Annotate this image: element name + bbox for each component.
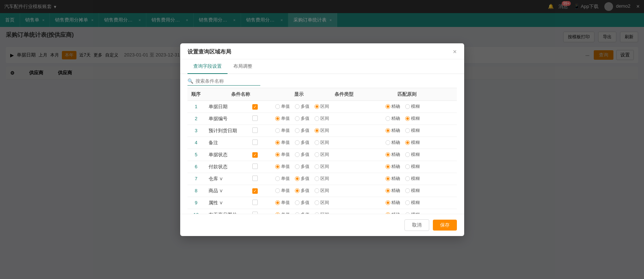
radio-fuzzy-dot[interactable] (405, 116, 410, 121)
radio-range[interactable]: 区间 (315, 164, 329, 170)
radio-fuzzy-dot[interactable] (405, 188, 410, 193)
radio-range[interactable]: 区间 (315, 140, 329, 146)
radio-fuzzy[interactable]: 模糊 (405, 115, 420, 122)
radio-range[interactable]: 区间 (315, 115, 329, 122)
radio-multi-dot[interactable] (295, 116, 300, 121)
radio-range-dot[interactable] (315, 128, 319, 133)
display-checkbox[interactable] (252, 115, 258, 121)
radio-multi[interactable]: 多值 (295, 188, 309, 194)
display-checkbox[interactable] (252, 200, 258, 205)
radio-exact-dot[interactable] (386, 104, 390, 109)
display-checkbox[interactable]: ✓ (252, 104, 258, 110)
radio-range-dot[interactable] (315, 116, 319, 121)
cell-display[interactable] (249, 173, 272, 185)
radio-range-dot[interactable] (315, 164, 319, 169)
radio-multi[interactable]: 多值 (295, 127, 309, 134)
radio-exact[interactable]: 精确 (386, 188, 400, 194)
radio-exact[interactable]: 精确 (386, 140, 400, 146)
radio-range-dot[interactable] (315, 104, 319, 109)
radio-single-dot[interactable] (275, 188, 280, 193)
radio-fuzzy-dot[interactable] (405, 212, 410, 214)
radio-exact-dot[interactable] (386, 140, 390, 145)
save-btn[interactable]: 保存 (433, 220, 457, 231)
radio-multi[interactable]: 多值 (295, 115, 309, 122)
radio-multi-dot[interactable] (295, 212, 300, 214)
radio-fuzzy[interactable]: 模糊 (405, 152, 420, 158)
radio-fuzzy-dot[interactable] (405, 104, 410, 109)
display-checkbox[interactable]: ✓ (252, 188, 258, 194)
radio-range-dot[interactable] (315, 176, 319, 181)
radio-single-dot[interactable] (275, 128, 280, 133)
radio-exact-dot[interactable] (386, 116, 390, 121)
radio-fuzzy-dot[interactable] (405, 140, 410, 145)
radio-fuzzy-dot[interactable] (405, 128, 410, 133)
radio-single[interactable]: 单值 (275, 152, 290, 158)
radio-single-dot[interactable] (275, 152, 280, 157)
radio-range[interactable]: 区间 (315, 152, 329, 158)
radio-exact-dot[interactable] (386, 152, 390, 157)
cell-display[interactable] (249, 161, 272, 173)
radio-range-dot[interactable] (315, 152, 319, 157)
radio-range[interactable]: 区间 (315, 212, 329, 214)
radio-range[interactable]: 区间 (315, 127, 329, 134)
display-checkbox[interactable] (252, 176, 258, 181)
radio-multi[interactable]: 多值 (295, 164, 309, 170)
radio-range[interactable]: 区间 (315, 176, 329, 182)
radio-exact-dot[interactable] (386, 164, 390, 169)
radio-multi-dot[interactable] (295, 188, 300, 193)
radio-exact[interactable]: 精确 (386, 176, 400, 182)
radio-fuzzy-dot[interactable] (405, 164, 410, 169)
radio-range-dot[interactable] (315, 200, 319, 205)
radio-fuzzy[interactable]: 模糊 (405, 103, 420, 110)
radio-exact-dot[interactable] (386, 176, 390, 181)
radio-multi-dot[interactable] (295, 200, 300, 205)
radio-multi[interactable]: 多值 (295, 140, 309, 146)
radio-multi-dot[interactable] (295, 164, 300, 169)
radio-fuzzy[interactable]: 模糊 (405, 212, 420, 214)
radio-fuzzy[interactable]: 模糊 (405, 140, 420, 146)
radio-multi-dot[interactable] (295, 176, 300, 181)
radio-multi[interactable]: 多值 (295, 200, 309, 206)
radio-exact-dot[interactable] (386, 128, 390, 133)
radio-single-dot[interactable] (275, 200, 280, 205)
radio-multi[interactable]: 多值 (295, 103, 309, 110)
radio-fuzzy[interactable]: 模糊 (405, 127, 420, 134)
radio-single[interactable]: 单值 (275, 164, 290, 170)
table-scroll-area[interactable]: 1单据日期✓ 单值 多值 区间 精确 (187, 101, 457, 214)
radio-range[interactable]: 区间 (315, 200, 329, 206)
radio-exact[interactable]: 精确 (386, 200, 400, 206)
radio-multi[interactable]: 多值 (295, 152, 309, 158)
cell-display[interactable]: ✓ (249, 185, 272, 197)
cell-display[interactable] (249, 125, 272, 137)
radio-multi-dot[interactable] (295, 152, 300, 157)
radio-exact[interactable]: 精确 (386, 164, 400, 170)
radio-exact[interactable]: 精确 (386, 127, 400, 134)
radio-exact-dot[interactable] (386, 212, 390, 214)
radio-exact[interactable]: 精确 (386, 103, 400, 110)
radio-exact-dot[interactable] (386, 188, 390, 193)
radio-multi[interactable]: 多值 (295, 212, 309, 214)
radio-fuzzy[interactable]: 模糊 (405, 176, 420, 182)
tab-layout-adjust[interactable]: 布局调整 (228, 59, 258, 74)
radio-single[interactable]: 单值 (275, 212, 290, 214)
radio-single[interactable]: 单值 (275, 115, 290, 122)
radio-exact-dot[interactable] (386, 200, 390, 205)
search-input[interactable] (195, 78, 254, 84)
modal-close-btn[interactable]: × (453, 48, 457, 55)
display-checkbox[interactable]: ✓ (252, 152, 258, 158)
radio-fuzzy-dot[interactable] (405, 152, 410, 157)
cancel-btn[interactable]: 取消 (404, 219, 429, 231)
radio-multi-dot[interactable] (295, 104, 300, 109)
cell-display[interactable] (249, 137, 272, 149)
cell-display[interactable] (249, 113, 272, 125)
radio-fuzzy[interactable]: 模糊 (405, 200, 420, 206)
radio-multi[interactable]: 多值 (295, 176, 309, 182)
display-checkbox[interactable] (252, 140, 258, 145)
radio-single-dot[interactable] (275, 176, 280, 181)
radio-single[interactable]: 单值 (275, 176, 290, 182)
radio-single[interactable]: 单值 (275, 140, 290, 146)
radio-multi-dot[interactable] (295, 128, 300, 133)
radio-fuzzy[interactable]: 模糊 (405, 164, 420, 170)
radio-fuzzy-dot[interactable] (405, 176, 410, 181)
cell-display[interactable]: ✓ (249, 149, 272, 161)
